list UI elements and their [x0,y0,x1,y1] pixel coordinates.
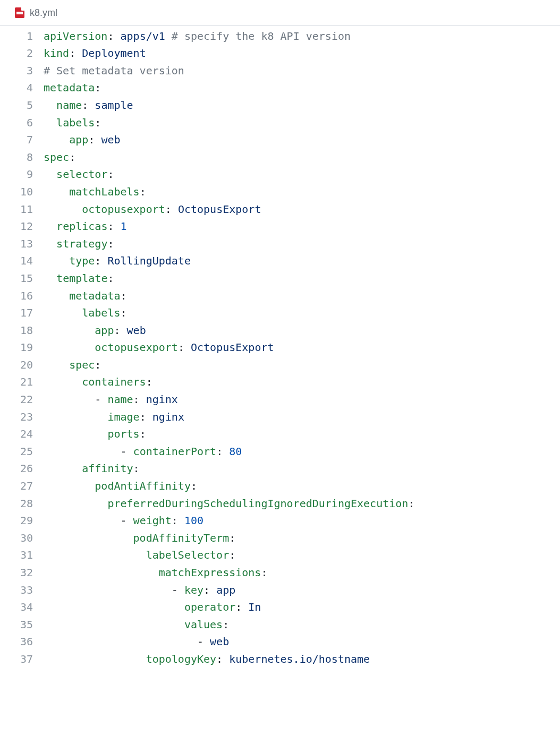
line-number: 28 [0,495,33,512]
code-line[interactable]: ports: [44,425,560,443]
code-line[interactable]: spec: [44,356,560,374]
line-number: 27 [0,477,33,495]
code-content[interactable]: apiVersion: apps/v1 # specify the k8 API… [44,28,560,668]
code-line[interactable]: values: [44,616,560,634]
file-tab-bar: k8.yml [0,0,560,25]
line-number: 13 [0,235,33,253]
code-line[interactable]: selector: [44,166,560,183]
line-number: 17 [0,304,33,322]
code-line[interactable]: topologyKey: kubernetes.io/hostname [44,651,560,668]
line-number: 36 [0,633,33,651]
line-number: 3 [0,62,33,80]
line-number: 35 [0,616,33,634]
line-number: 11 [0,201,33,218]
code-line[interactable]: - weight: 100 [44,512,560,529]
code-line[interactable]: matchExpressions: [44,564,560,582]
line-number: 18 [0,322,33,339]
line-number: 4 [0,79,33,97]
code-line[interactable]: - web [44,633,560,651]
line-number: 21 [0,373,33,391]
line-number: 30 [0,529,33,547]
line-number: 33 [0,582,33,599]
line-number: 20 [0,356,33,374]
code-line[interactable]: affinity: [44,460,560,477]
line-number: 19 [0,339,33,356]
yaml-file-icon [15,7,24,18]
line-number: 12 [0,218,33,235]
code-line[interactable]: strategy: [44,235,560,253]
line-number: 9 [0,166,33,183]
code-line[interactable]: operator: In [44,599,560,616]
line-number: 37 [0,651,33,668]
line-number: 29 [0,512,33,529]
code-line[interactable]: labels: [44,114,560,132]
line-number: 26 [0,460,33,477]
code-line[interactable]: - key: app [44,582,560,599]
line-number: 8 [0,149,33,166]
line-number-gutter: 1234567891011121314151617181920212223242… [0,28,44,668]
code-line[interactable]: type: RollingUpdate [44,252,560,270]
code-line[interactable]: template: [44,270,560,287]
code-line[interactable]: app: web [44,131,560,149]
line-number: 34 [0,599,33,616]
line-number: 31 [0,546,33,564]
line-number: 25 [0,443,33,460]
code-line[interactable]: metadata: [44,287,560,305]
code-line[interactable]: apiVersion: apps/v1 # specify the k8 API… [44,28,560,45]
line-number: 5 [0,97,33,114]
code-editor[interactable]: 1234567891011121314151617181920212223242… [0,25,560,668]
line-number: 32 [0,564,33,582]
code-line[interactable]: octopusexport: OctopusExport [44,339,560,356]
code-line[interactable]: matchLabels: [44,183,560,201]
code-line[interactable]: labels: [44,304,560,322]
code-line[interactable]: spec: [44,149,560,166]
code-line[interactable]: preferredDuringSchedulingIgnoredDuringEx… [44,495,560,512]
code-line[interactable]: # Set metadata version [44,62,560,80]
code-line[interactable]: labelSelector: [44,546,560,564]
line-number: 1 [0,28,33,45]
code-line[interactable]: kind: Deployment [44,45,560,62]
line-number: 6 [0,114,33,132]
file-name[interactable]: k8.yml [30,4,57,22]
code-line[interactable]: name: sample [44,97,560,114]
line-number: 22 [0,391,33,408]
code-line[interactable]: podAntiAffinity: [44,477,560,495]
code-line[interactable]: replicas: 1 [44,218,560,235]
code-line[interactable]: app: web [44,322,560,339]
line-number: 24 [0,425,33,443]
line-number: 14 [0,252,33,270]
line-number: 10 [0,183,33,201]
code-line[interactable]: octopusexport: OctopusExport [44,201,560,218]
code-line[interactable]: metadata: [44,79,560,97]
code-line[interactable]: image: nginx [44,408,560,426]
code-line[interactable]: - name: nginx [44,391,560,408]
line-number: 16 [0,287,33,305]
line-number: 23 [0,408,33,426]
code-line[interactable]: - containerPort: 80 [44,443,560,460]
code-line[interactable]: containers: [44,373,560,391]
line-number: 7 [0,131,33,149]
line-number: 2 [0,45,33,62]
code-line[interactable]: podAffinityTerm: [44,529,560,547]
line-number: 15 [0,270,33,287]
